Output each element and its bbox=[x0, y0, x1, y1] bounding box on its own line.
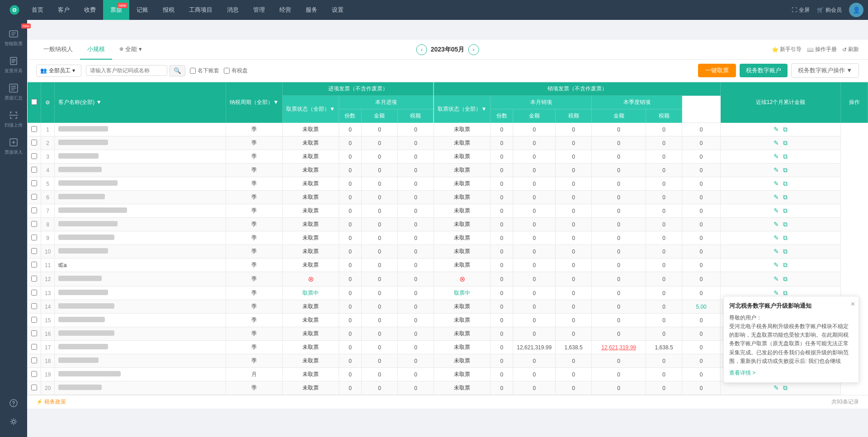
fullscreen-btn[interactable]: ⛶ 全屏 bbox=[792, 6, 810, 14]
sidebar-item-ticket-summary[interactable]: 票据汇总 bbox=[0, 79, 27, 106]
row-check[interactable] bbox=[28, 314, 41, 327]
th-cycle: 纳税周期（全部）▼ bbox=[226, 82, 283, 123]
edit-icon[interactable]: ✎ bbox=[774, 289, 779, 296]
edit-icon[interactable]: ✎ bbox=[774, 166, 779, 174]
row-check[interactable] bbox=[28, 300, 41, 314]
user-avatar[interactable]: 👤 bbox=[849, 3, 863, 17]
employee-select[interactable]: 👥 全部员工 ▾ bbox=[36, 65, 81, 77]
sidebar-item-ticket-entry[interactable]: 票据录入 bbox=[0, 133, 27, 160]
edit-icon[interactable]: ✎ bbox=[774, 384, 779, 391]
tab-general-taxpayer[interactable]: 一般纳税人 bbox=[36, 40, 80, 60]
row-check[interactable] bbox=[28, 218, 41, 231]
prev-month-btn[interactable]: ‹ bbox=[416, 44, 427, 55]
row-check[interactable] bbox=[28, 177, 41, 191]
edit-icon[interactable]: ✎ bbox=[774, 221, 779, 228]
member-btn[interactable]: 🛒 购会员 bbox=[817, 6, 842, 14]
row-check[interactable] bbox=[28, 136, 41, 150]
copy-icon[interactable]: ⧉ bbox=[783, 180, 788, 187]
one-click-ticket-btn[interactable]: 一键取票 bbox=[698, 64, 736, 77]
row-name bbox=[55, 381, 226, 395]
sub-accounts-checkbox[interactable] bbox=[190, 68, 196, 74]
row-check[interactable] bbox=[28, 231, 41, 245]
edit-icon[interactable]: ✎ bbox=[774, 153, 779, 160]
nav-ticket[interactable]: 票据 new bbox=[103, 0, 129, 20]
row-check[interactable] bbox=[28, 368, 41, 381]
nav-client[interactable]: 客户 bbox=[51, 0, 77, 20]
tax-digital-account-btn[interactable]: 税务数字账户 bbox=[740, 64, 788, 77]
tax-policy-link[interactable]: ⚡ 税务政策 bbox=[36, 398, 66, 406]
copy-icon[interactable]: ⧉ bbox=[783, 384, 788, 391]
row-check[interactable] bbox=[28, 287, 41, 300]
th-out-amount: 金额 bbox=[513, 109, 556, 123]
copy-icon[interactable]: ⧉ bbox=[783, 193, 788, 201]
row-check[interactable] bbox=[28, 150, 41, 164]
sidebar-item-settings[interactable] bbox=[9, 417, 19, 428]
row-check[interactable] bbox=[28, 204, 41, 218]
copy-icon[interactable]: ⧉ bbox=[783, 207, 788, 214]
copy-icon[interactable]: ⧉ bbox=[783, 153, 788, 160]
edit-icon[interactable]: ✎ bbox=[774, 261, 779, 268]
nav-tax[interactable]: 报税 bbox=[156, 0, 182, 20]
row-check[interactable] bbox=[28, 381, 41, 395]
tab-scope-select[interactable]: ⊕ 全能 ▾ bbox=[112, 40, 149, 60]
row-check[interactable] bbox=[28, 245, 41, 258]
edit-icon[interactable]: ✎ bbox=[774, 126, 779, 133]
table-row: 11 tEa 季 未取票 0 0 0 未取票 0 0 0 0 0 0 ✎ ⧉ bbox=[28, 258, 868, 272]
row-check[interactable] bbox=[28, 327, 41, 341]
nav-management[interactable]: 管理 bbox=[246, 0, 272, 20]
sidebar-item-invoice-open[interactable]: 发票开具 bbox=[0, 52, 27, 79]
nav-home[interactable]: 首页 bbox=[24, 0, 51, 20]
nav-business[interactable]: 工商项目 bbox=[182, 0, 220, 20]
row-check[interactable] bbox=[28, 272, 41, 287]
row-check[interactable] bbox=[28, 191, 41, 204]
search-button[interactable]: 🔍 bbox=[170, 65, 185, 76]
refresh-btn[interactable]: ↺ 刷新 bbox=[842, 46, 859, 53]
search-input[interactable] bbox=[86, 65, 167, 76]
copy-icon[interactable]: ⧉ bbox=[783, 261, 788, 268]
edit-icon[interactable]: ✎ bbox=[774, 193, 779, 201]
nav-accounting[interactable]: 记账 bbox=[129, 0, 156, 20]
edit-icon[interactable]: ✎ bbox=[774, 207, 779, 214]
nav-fee[interactable]: 收费 bbox=[77, 0, 103, 20]
sidebar-item-smart-ticket[interactable]: 智能取票 new bbox=[0, 24, 27, 52]
sidebar-item-scan-upload[interactable]: 扫描上传 bbox=[0, 106, 27, 133]
logo[interactable] bbox=[5, 0, 24, 20]
edit-icon[interactable]: ✎ bbox=[774, 275, 779, 282]
copy-icon[interactable]: ⧉ bbox=[783, 275, 788, 282]
row-check[interactable] bbox=[28, 258, 41, 272]
check-tax-disk[interactable]: 有税盘 bbox=[224, 67, 248, 75]
copy-icon[interactable]: ⧉ bbox=[783, 139, 788, 146]
copy-icon[interactable]: ⧉ bbox=[783, 126, 788, 133]
row-check[interactable] bbox=[28, 123, 41, 136]
row-out-amount: 0 bbox=[513, 136, 556, 150]
copy-icon[interactable]: ⧉ bbox=[783, 166, 788, 174]
edit-icon[interactable]: ✎ bbox=[774, 234, 779, 241]
edit-icon[interactable]: ✎ bbox=[774, 139, 779, 146]
check-sub-accounts[interactable]: 名下账套 bbox=[190, 67, 219, 75]
nav-service[interactable]: 服务 bbox=[298, 0, 325, 20]
copy-icon[interactable]: ⧉ bbox=[783, 289, 788, 296]
edit-icon[interactable]: ✎ bbox=[774, 180, 779, 187]
tax-disk-checkbox[interactable] bbox=[224, 68, 230, 74]
nav-settings[interactable]: 设置 bbox=[325, 0, 351, 20]
row-check[interactable] bbox=[28, 354, 41, 368]
table-row: 5 季 未取票 0 0 0 未取票 0 0 0 0 0 0 ✎ ⧉ bbox=[28, 177, 868, 191]
row-check[interactable] bbox=[28, 341, 41, 354]
select-all-checkbox[interactable] bbox=[31, 99, 37, 105]
sidebar-item-help[interactable] bbox=[9, 398, 19, 409]
copy-icon[interactable]: ⧉ bbox=[783, 234, 788, 241]
nav-message[interactable]: 消息 bbox=[220, 0, 246, 20]
next-month-btn[interactable]: › bbox=[468, 44, 479, 55]
copy-icon[interactable]: ⧉ bbox=[783, 248, 788, 255]
tab-small-scale[interactable]: 小规模 bbox=[80, 40, 112, 60]
row-check[interactable] bbox=[28, 164, 41, 177]
table-row: 2 季 未取票 0 0 0 未取票 0 0 0 0 0 0 ✎ ⧉ bbox=[28, 136, 868, 150]
manual-btn[interactable]: 📖 操作手册 bbox=[807, 46, 837, 53]
new-guide-btn[interactable]: ⭐ 新手引导 bbox=[772, 46, 802, 53]
notification-close-btn[interactable]: × bbox=[851, 300, 855, 308]
notification-more[interactable]: 查看详情 > bbox=[729, 369, 853, 377]
copy-icon[interactable]: ⧉ bbox=[783, 221, 788, 228]
nav-operation[interactable]: 经营 bbox=[272, 0, 298, 20]
edit-icon[interactable]: ✎ bbox=[774, 248, 779, 255]
tax-digital-operation-btn[interactable]: 税务数字账户操作 ▼ bbox=[791, 63, 859, 78]
